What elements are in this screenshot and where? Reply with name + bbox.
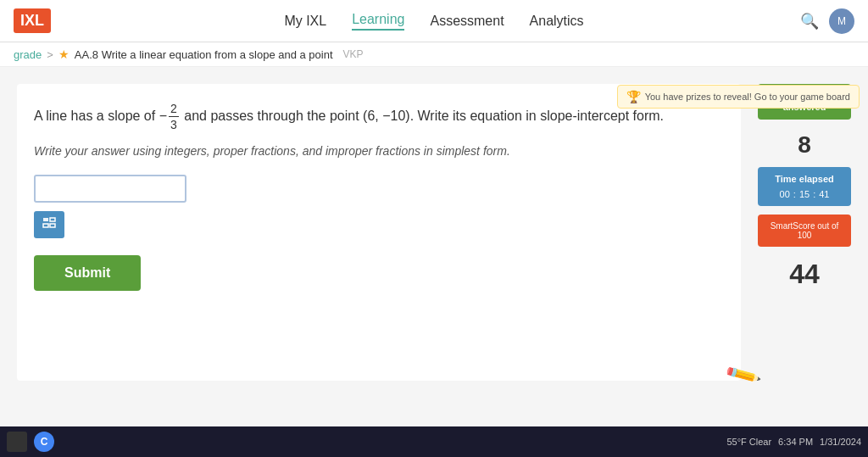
smartscore-box: SmartScore out of 100	[758, 215, 851, 247]
svg-rect-2	[43, 224, 48, 227]
prize-text: You have prizes to reveal! Go to your ga…	[645, 92, 850, 102]
nav-learning[interactable]: Learning	[352, 12, 404, 31]
nav-right: 🔍 M	[800, 8, 854, 34]
time-mm: 15	[799, 189, 810, 199]
main-content: A line has a slope of −23 and passes thr…	[0, 67, 868, 389]
taskbar-start[interactable]	[7, 432, 27, 452]
taskbar-weather: 55°F Clear	[726, 437, 771, 447]
prize-icon: 🏆	[626, 90, 641, 103]
answer-input[interactable]	[34, 175, 186, 203]
taskbar: C 55°F Clear 6:34 PM 1/31/2024	[0, 426, 868, 457]
svg-rect-1	[50, 218, 55, 221]
nav-analytics[interactable]: Analytics	[530, 14, 584, 29]
prize-notification[interactable]: 🏆 You have prizes to reveal! Go to your …	[617, 85, 860, 109]
submit-button[interactable]: Submit	[34, 255, 141, 291]
slope-fraction: 23	[169, 101, 179, 132]
avatar[interactable]: M	[829, 8, 854, 34]
problem-text-after: and passes through the point (6, −10). W…	[181, 109, 664, 123]
svg-rect-0	[43, 218, 48, 221]
stats-sidebar: Questions answered 8 Time elapsed 00 : 1…	[758, 84, 851, 381]
time-hh: 00	[780, 189, 790, 199]
breadcrumb: grade > ★ AA.8 Write a linear equation f…	[0, 42, 868, 67]
nav-links: My IXL Learning Assessment Analytics	[68, 12, 800, 31]
time-ss: 41	[819, 189, 829, 199]
nav-bar: IXL My IXL Learning Assessment Analytics…	[0, 0, 868, 42]
fraction-button[interactable]	[34, 211, 64, 238]
nav-logo[interactable]: IXL	[14, 8, 51, 33]
smartscore-value: 44	[789, 259, 820, 290]
svg-rect-3	[50, 224, 55, 227]
nav-my-ixl[interactable]: My IXL	[284, 14, 326, 29]
breadcrumb-title: AA.8 Write a linear equation from a slop…	[75, 48, 333, 61]
fraction-button-icon	[42, 217, 56, 233]
search-icon[interactable]: 🔍	[800, 12, 819, 31]
breadcrumb-separator: >	[47, 48, 53, 61]
questions-count: 8	[798, 131, 811, 159]
instructions: Write your answer using integers, proper…	[34, 144, 724, 158]
taskbar-date: 1/31/2024	[820, 437, 861, 447]
breadcrumb-star-icon: ★	[58, 47, 70, 61]
nav-assessment[interactable]: Assessment	[430, 14, 504, 29]
question-area: A line has a slope of −23 and passes thr…	[17, 84, 741, 381]
breadcrumb-code: VKP	[343, 48, 364, 60]
smartscore-label: SmartScore out of 100	[768, 221, 841, 240]
time-elapsed-box: Time elapsed 00 : 15 : 41	[758, 167, 851, 206]
time-display: 00 : 15 : 41	[768, 189, 841, 199]
taskbar-time: 6:34 PM	[778, 437, 813, 447]
taskbar-chrome-icon[interactable]: C	[34, 432, 54, 452]
time-label: Time elapsed	[768, 174, 841, 184]
breadcrumb-grade[interactable]: grade	[14, 48, 42, 61]
problem-text-before: A line has a slope of −	[34, 109, 167, 123]
